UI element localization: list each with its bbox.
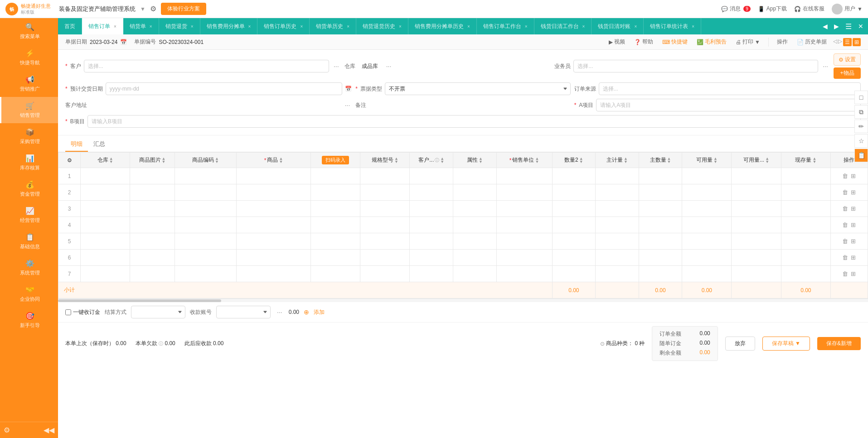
row-spec-4[interactable] [360,217,410,233]
profit-btn[interactable]: 💹毛利预告 [694,37,729,47]
row-customer-code-3[interactable] [410,201,453,217]
side-btn-3[interactable]: ✏ [854,120,868,133]
row-image-6[interactable] [130,250,175,266]
scan-button[interactable]: 扫码录入 [322,156,349,164]
row-warehouse-7[interactable] [81,266,130,282]
row-code-7[interactable] [175,266,237,282]
tab-next-btn[interactable]: ▶ [831,23,842,30]
row-stock-6[interactable] [781,250,830,266]
tab-0[interactable]: 首页 [58,18,82,34]
row-qty2-1[interactable] [552,168,596,184]
row-spec-1[interactable] [360,168,410,184]
layout-table-icon[interactable]: ☰ [843,38,852,46]
one-click-checkbox[interactable] [65,309,71,315]
tab-8[interactable]: 销售费用分摊单历史× [408,18,477,34]
dropdown-icon[interactable]: ▼ [140,6,145,12]
row-spec-2[interactable] [360,184,410,201]
row-customer-code-5[interactable] [410,233,453,250]
row-main-qty-5[interactable] [639,233,682,250]
row-attribute-3[interactable] [453,201,497,217]
tab-4[interactable]: 销售费用分摊单× [200,18,258,34]
tab-menu-btn[interactable]: ☰ [843,22,854,31]
app-download[interactable]: 📱 App下载 [758,5,787,13]
row-available-4[interactable] [682,217,732,233]
row-available-2[interactable] [682,184,732,201]
user-info[interactable]: 用户 ▼ [832,4,863,14]
save-new-button[interactable]: 保存&新增 [817,337,861,350]
sidebar-item-sales[interactable]: 🛒销售管理 [0,97,58,123]
row-image-3[interactable] [130,201,175,217]
tab-11[interactable]: 钱货日清对账× [592,18,644,34]
row-product-4[interactable] [237,217,311,233]
row-copy-3[interactable]: ⊞ [851,205,856,212]
row-code-3[interactable] [175,201,237,217]
tab-3[interactable]: 销货退货× [159,18,200,34]
row-main-unit-5[interactable] [596,233,639,250]
row-main-qty-2[interactable] [639,184,682,201]
row-available-1[interactable] [682,168,732,184]
row-customer-code-1[interactable] [410,168,453,184]
row-code-4[interactable] [175,217,237,233]
row-product-5[interactable] [237,233,311,250]
row-main-unit-4[interactable] [596,217,639,233]
row-image-7[interactable] [130,266,175,282]
row-copy-5[interactable]: ⊞ [851,238,856,245]
row-qty2-3[interactable] [552,201,596,217]
row-customer-code-2[interactable] [410,184,453,201]
tab-close-3[interactable]: × [191,24,194,29]
row-main-unit-2[interactable] [596,184,639,201]
row-stock-1[interactable] [781,168,830,184]
row-available-5[interactable] [682,233,732,250]
row-delete-7[interactable]: 🗑 [842,270,848,277]
row-available2-3[interactable] [732,201,781,217]
tab-2[interactable]: 销货单× [123,18,159,34]
one-click-label[interactable]: 一键收订金 [65,308,100,316]
tab-summary[interactable]: 汇总 [88,137,111,152]
row-available2-4[interactable] [732,217,781,233]
row-code-5[interactable] [175,233,237,250]
row-delete-2[interactable]: 🗑 [842,189,848,196]
tab-close-12[interactable]: × [692,24,694,29]
tab-close-10[interactable]: × [582,24,585,29]
sidebar-settings-icon[interactable]: ⚙ [4,426,10,434]
row-qty2-2[interactable] [552,184,596,201]
staff-input[interactable] [573,60,818,72]
tab-close-all-btn[interactable]: ✕ [855,23,866,30]
row-copy-6[interactable]: ⊞ [851,254,856,261]
row-customer-code-6[interactable] [410,250,453,266]
tab-1[interactable]: 销售订单× [82,18,123,34]
row-customer-code-4[interactable] [410,217,453,233]
tab-9[interactable]: 销售订单工作台× [477,18,534,34]
row-main-qty-6[interactable] [639,250,682,266]
row-delete-1[interactable]: 🗑 [842,173,848,179]
th-product[interactable]: *商品▲▼ [237,153,311,168]
row-main-unit-1[interactable] [596,168,639,184]
row-spec-5[interactable] [360,233,410,250]
th-available2[interactable]: 可用量...▲▼ [732,153,781,168]
row-unit-4[interactable] [496,217,552,233]
row-available2-7[interactable] [732,266,781,282]
solution-button[interactable]: 体验行业方案 [161,3,206,15]
th-qty2[interactable]: 数量2▲▼ [552,153,596,168]
address-dots-btn[interactable]: ··· [343,101,352,109]
help-btn[interactable]: ❓帮助 [631,37,656,47]
sidebar-item-quick[interactable]: ⚡快捷导航 [0,44,58,71]
add-payment-btn[interactable]: 添加 [314,308,325,316]
row-warehouse-5[interactable] [81,233,130,250]
row-available2-6[interactable] [732,250,781,266]
customer-input[interactable] [84,60,329,72]
row-unit-2[interactable] [496,184,552,201]
row-code-1[interactable] [175,168,237,184]
th-main-qty[interactable]: 主数量▲▼ [639,153,682,168]
sidebar-collapse-icon[interactable]: ◀◀ [44,426,54,434]
settings-button[interactable]: ⚙设置 [834,53,861,66]
row-warehouse-3[interactable] [81,201,130,217]
tab-close-1[interactable]: × [114,24,116,29]
layout-grid-icon[interactable]: ▷ [838,38,842,46]
row-available2-1[interactable] [732,168,781,184]
row-product-3[interactable] [237,201,311,217]
sidebar-item-purchase[interactable]: 📦采购管理 [0,123,58,149]
th-unit[interactable]: *销售单位▲▼ [496,153,552,168]
row-delete-3[interactable]: 🗑 [842,205,848,212]
row-stock-2[interactable] [781,184,830,201]
